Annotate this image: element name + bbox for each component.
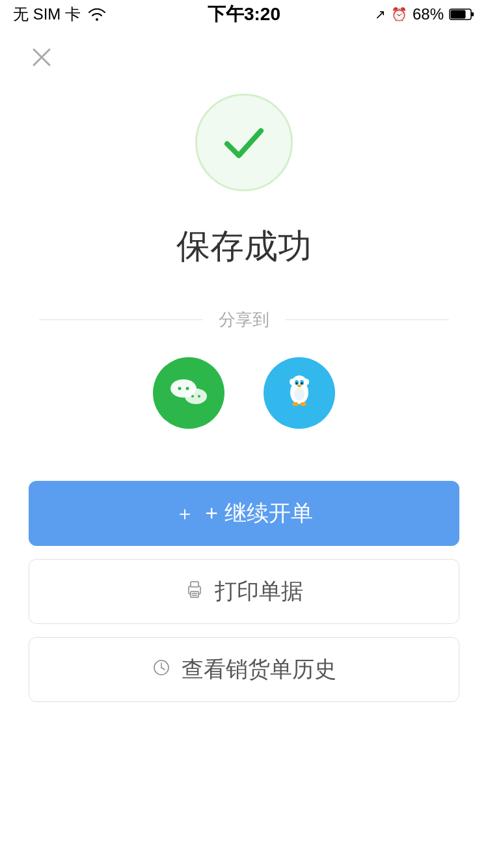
- printer-icon: [185, 580, 204, 604]
- svg-point-8: [186, 387, 189, 390]
- continue-label: + 继续开单: [205, 498, 312, 528]
- clock-icon: [152, 658, 171, 682]
- status-time: 下午3:20: [208, 2, 280, 27]
- printer-svg: [185, 580, 204, 599]
- main-content: 保存成功 分享到: [0, 29, 488, 868]
- success-icon-container: [195, 94, 293, 191]
- svg-point-7: [178, 387, 182, 390]
- svg-point-6: [185, 388, 207, 404]
- share-icons-row: [153, 357, 335, 429]
- svg-point-21: [292, 402, 299, 406]
- svg-point-14: [304, 379, 309, 385]
- alarm-icon: ⏰: [391, 7, 407, 22]
- plus-icon: ＋: [175, 500, 195, 527]
- checkmark-icon: [218, 116, 270, 169]
- wechat-icon: [169, 375, 209, 411]
- share-label: 分享到: [203, 308, 285, 331]
- svg-rect-1: [471, 12, 474, 16]
- svg-point-10: [198, 395, 200, 398]
- print-button[interactable]: 打印单据: [29, 559, 459, 624]
- share-qq-button[interactable]: [264, 357, 335, 429]
- wifi-icon: [87, 7, 107, 21]
- history-button[interactable]: 查看销货单历史: [29, 637, 459, 702]
- status-carrier: 无 SIM 卡: [13, 4, 107, 25]
- close-icon: [30, 46, 53, 69]
- print-label: 打印单据: [215, 576, 303, 606]
- share-wechat-button[interactable]: [153, 357, 224, 429]
- status-right: ↗ ⏰ 68%: [375, 5, 475, 23]
- svg-rect-24: [191, 582, 198, 587]
- svg-point-17: [296, 383, 298, 385]
- share-divider: 分享到: [0, 308, 488, 331]
- clock-svg: [152, 658, 171, 677]
- success-title: 保存成功: [176, 224, 312, 269]
- history-label: 查看销货单历史: [182, 655, 336, 685]
- close-button[interactable]: [23, 39, 60, 75]
- qq-icon: [279, 373, 319, 413]
- svg-rect-25: [191, 591, 198, 597]
- continue-button[interactable]: ＋ + 继续开单: [29, 481, 459, 546]
- svg-point-13: [290, 379, 295, 385]
- svg-line-30: [161, 668, 165, 670]
- svg-point-18: [301, 383, 303, 385]
- divider-right: [285, 319, 449, 320]
- svg-rect-2: [451, 10, 466, 19]
- divider-left: [39, 319, 203, 320]
- carrier-text: 无 SIM 卡: [13, 4, 81, 25]
- buttons-section: ＋ + 继续开单 打印单据: [0, 481, 488, 702]
- battery-percent: 68%: [413, 5, 444, 23]
- svg-point-19: [297, 385, 301, 387]
- svg-point-20: [294, 388, 305, 401]
- svg-point-22: [300, 402, 306, 406]
- svg-point-9: [191, 395, 194, 398]
- location-icon: ↗: [375, 7, 386, 22]
- battery-icon: [449, 7, 475, 21]
- status-bar: 无 SIM 卡 下午3:20 ↗ ⏰ 68%: [0, 0, 488, 29]
